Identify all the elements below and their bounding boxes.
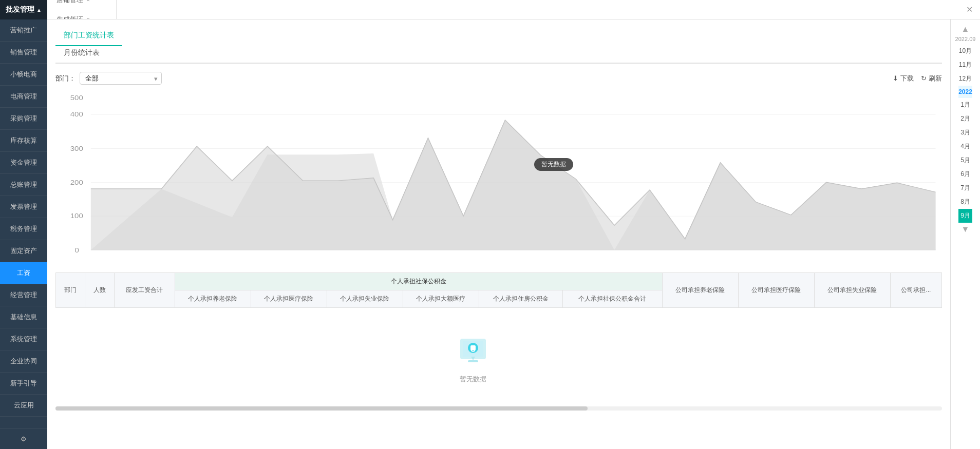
th-company3: 公司承担失业保险 xyxy=(814,273,890,308)
horizontal-scrollbar[interactable] xyxy=(55,406,942,411)
th-g5: 个人承担住房公积金 xyxy=(479,290,562,308)
toolbar-row: 部门： 全部 ⬇ 下载 ↻ 刷新 xyxy=(55,72,942,85)
sidebar-item-总账管理[interactable]: 总账管理 xyxy=(0,174,47,196)
svg-point-20 xyxy=(474,347,476,349)
dept-selector: 部门： 全部 xyxy=(55,72,162,85)
th-company4: 公司承担... xyxy=(890,273,941,308)
sidebar-item-基础信息[interactable]: 基础信息 xyxy=(0,306,47,328)
tab-bar-end: ✕ xyxy=(962,5,977,14)
dept-select-wrapper: 全部 xyxy=(80,72,162,85)
tab-生成凭证[interactable]: 生成凭证× xyxy=(50,10,117,20)
content-area: 部门工资统计表月份统计表 部门： 全部 ⬇ 下载 xyxy=(47,19,980,449)
timeline-item-3月[interactable]: 3月 xyxy=(958,126,972,140)
data-table: 部门 人数 应发工资合计 个人承担社保公积金 公司承担养老保险 公司承担医疗保险… xyxy=(55,272,942,404)
sidebar-item-新手引导[interactable]: 新手引导 xyxy=(0,373,47,395)
tab-close-店铺管理[interactable]: × xyxy=(86,0,90,4)
timeline-down-button[interactable]: ▼ xyxy=(962,223,970,236)
inner-tabs: 部门工资统计表月份统计表 xyxy=(55,28,942,64)
timeline-year-label: 2022.09 xyxy=(955,36,976,42)
inner-tab-月份统计表[interactable]: 月份统计表 xyxy=(55,45,122,64)
sidebar-title: 批发管理 xyxy=(6,5,34,14)
timeline-item-1月[interactable]: 1月 xyxy=(958,98,972,112)
timeline-item-7月[interactable]: 7月 xyxy=(958,181,972,195)
timeline-item-4月[interactable]: 4月 xyxy=(958,140,972,153)
timeline-item-2月[interactable]: 2月 xyxy=(958,112,972,126)
th-total: 应发工资合计 xyxy=(114,273,175,308)
empty-icon xyxy=(453,328,494,369)
svg-text:300: 300 xyxy=(70,145,83,152)
toolbar-right: ⬇ 下载 ↻ 刷新 xyxy=(893,74,942,83)
th-company1: 公司承担养老保险 xyxy=(662,273,738,308)
tab-close-生成凭证[interactable]: × xyxy=(86,16,90,20)
sidebar-toggle-icon: ▲ xyxy=(36,7,42,13)
page-content: 部门工资统计表月份统计表 部门： 全部 ⬇ 下载 xyxy=(47,19,950,449)
svg-text:0: 0 xyxy=(75,247,80,255)
sidebar-item-经营管理[interactable]: 经营管理 xyxy=(0,284,47,306)
sidebar-item-工资[interactable]: 工资 xyxy=(0,262,47,284)
sidebar-item-发票管理[interactable]: 发票管理 xyxy=(0,196,47,218)
empty-text: 暂无数据 xyxy=(460,375,486,384)
download-label: 下载 xyxy=(900,74,914,83)
download-icon: ⬇ xyxy=(893,74,898,82)
th-g1: 个人承担养老保险 xyxy=(175,290,251,308)
download-button[interactable]: ⬇ 下载 xyxy=(893,74,914,83)
th-g3: 个人承担失业保险 xyxy=(327,290,403,308)
refresh-button[interactable]: ↻ 刷新 xyxy=(921,74,942,83)
sidebar-item-库存核算[interactable]: 库存核算 xyxy=(0,130,47,152)
sidebar-settings[interactable]: ⚙ xyxy=(0,428,47,449)
svg-point-19 xyxy=(470,347,473,349)
th-g2: 个人承担医疗保险 xyxy=(251,290,327,308)
sidebar-item-销售管理[interactable]: 销售管理 xyxy=(0,42,47,64)
timeline-item-5月[interactable]: 5月 xyxy=(958,153,972,167)
refresh-icon: ↻ xyxy=(921,74,927,82)
inner-tab-items-container: 部门工资统计表月份统计表 xyxy=(55,28,122,63)
timeline-item-9月[interactable]: 9月 xyxy=(958,209,972,223)
sidebar-item-资金管理[interactable]: 资金管理 xyxy=(0,152,47,174)
svg-rect-18 xyxy=(468,360,478,362)
th-headcount: 人数 xyxy=(85,273,114,308)
inner-tab-部门工资统计表[interactable]: 部门工资统计表 xyxy=(55,28,122,46)
timeline-items-container: 10月11月12月20221月2月3月4月5月6月7月8月9月 xyxy=(958,44,972,223)
sidebar-item-税务管理[interactable]: 税务管理 xyxy=(0,218,47,240)
timeline-item-6月[interactable]: 6月 xyxy=(958,167,972,181)
sidebar: 批发管理 ▲ 营销推广销售管理小畅电商电商管理采购管理库存核算资金管理总账管理发… xyxy=(0,0,47,449)
svg-text:400: 400 xyxy=(70,110,83,118)
empty-state: 暂无数据 xyxy=(56,308,891,404)
timeline-year-text: 2022.09 xyxy=(955,36,976,42)
sidebar-header[interactable]: 批发管理 ▲ xyxy=(0,0,47,19)
timeline-item-8月[interactable]: 8月 xyxy=(958,195,972,209)
th-group: 个人承担社保公积金 xyxy=(175,273,662,290)
svg-text:200: 200 xyxy=(70,179,83,186)
timeline-panel: ▲ 2022.09 10月11月12月20221月2月3月4月5月6月7月8月9… xyxy=(950,19,980,449)
tab-bar: 首页门店商品目录×销售单×店铺管理×生成凭证×应收应付调整单×工资表×工资统计报… xyxy=(47,0,980,19)
dept-label: 部门： xyxy=(55,74,76,83)
sidebar-items-container: 营销推广销售管理小畅电商电商管理采购管理库存核算资金管理总账管理发票管理税务管理… xyxy=(0,19,47,417)
sidebar-item-电商管理[interactable]: 电商管理 xyxy=(0,86,47,108)
th-g4: 个人承担大额医疗 xyxy=(403,290,479,308)
sidebar-item-固定资产[interactable]: 固定资产 xyxy=(0,240,47,262)
sidebar-item-系统管理[interactable]: 系统管理 xyxy=(0,328,47,350)
timeline-item-11月[interactable]: 11月 xyxy=(958,58,972,72)
th-company2: 公司承担医疗保险 xyxy=(738,273,814,308)
sidebar-item-采购管理[interactable]: 采购管理 xyxy=(0,108,47,130)
th-g6: 个人承担社保公积金合计 xyxy=(563,290,663,308)
chart-container: 0 100 200 300 400 500 xyxy=(55,92,942,266)
timeline-up-button[interactable]: ▲ xyxy=(962,23,970,36)
tab-items-container: 首页门店商品目录×销售单×店铺管理×生成凭证×应收应付调整单×工资表×工资统计报… xyxy=(50,0,117,19)
sidebar-item-营销推广[interactable]: 营销推广 xyxy=(0,19,47,42)
timeline-item-2022[interactable]: 2022 xyxy=(958,86,972,98)
refresh-label: 刷新 xyxy=(929,74,942,83)
sidebar-item-云应用[interactable]: 云应用 xyxy=(0,395,47,417)
svg-text:500: 500 xyxy=(70,94,83,102)
main-area: 首页门店商品目录×销售单×店铺管理×生成凭证×应收应付调整单×工资表×工资统计报… xyxy=(47,0,980,449)
th-dept: 部门 xyxy=(56,273,85,308)
chart-svg: 0 100 200 300 400 500 xyxy=(55,92,942,266)
scrollbar-thumb[interactable] xyxy=(55,406,588,411)
timeline-item-10月[interactable]: 10月 xyxy=(958,44,972,58)
sidebar-item-小畅电商[interactable]: 小畅电商 xyxy=(0,64,47,86)
timeline-item-12月[interactable]: 12月 xyxy=(958,72,972,86)
tab-店铺管理[interactable]: 店铺管理× xyxy=(50,0,117,10)
dept-select[interactable]: 全部 xyxy=(80,72,162,85)
sidebar-item-企业协同[interactable]: 企业协同 xyxy=(0,350,47,373)
close-all-button[interactable]: ✕ xyxy=(966,5,973,14)
